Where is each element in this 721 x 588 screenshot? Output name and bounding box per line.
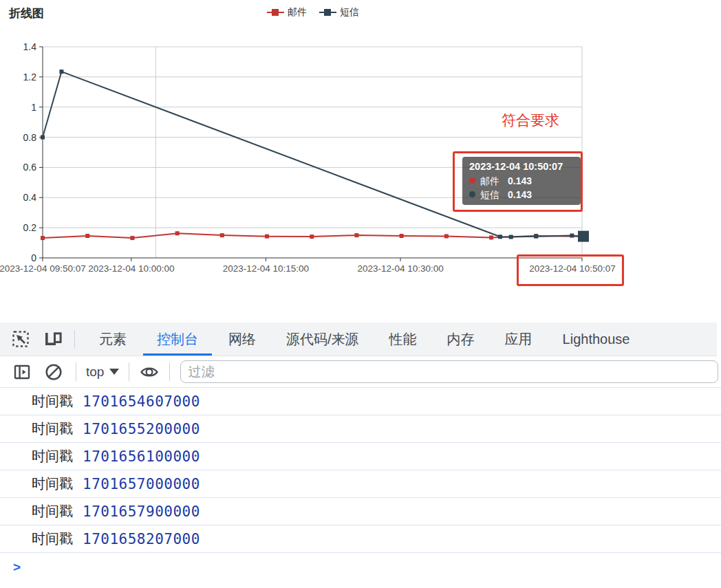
y-axis-label: 0 xyxy=(31,252,36,263)
console-message-row: 时间戳1701655200000 xyxy=(0,415,721,443)
data-point-邮件 xyxy=(85,234,89,238)
devtools-tabs: 元素 控制台 网络 源代码/来源 性能 内存 应用 Lighthouse xyxy=(84,323,645,356)
x-axis-label: 2023-12-04 09:50:07 xyxy=(0,263,86,274)
annotation-text: 符合要求 xyxy=(502,111,559,130)
devtools-panel: 元素 控制台 网络 源代码/来源 性能 内存 应用 Lighthouse top xyxy=(0,323,721,588)
console-log-timestamp-value: 1701658207000 xyxy=(83,531,200,547)
console-prompt-chevron-icon[interactable]: > xyxy=(13,560,721,575)
highlight-box-tooltip xyxy=(453,151,583,212)
console-log-timestamp-value: 1701654607000 xyxy=(83,393,200,410)
y-axis-label: 0.4 xyxy=(23,192,37,203)
data-point-短信 xyxy=(59,69,63,74)
emphasis-point-短信 xyxy=(578,231,589,242)
console-log-timestamp-value: 1701657900000 xyxy=(83,503,200,520)
tab-performance[interactable]: 性能 xyxy=(374,323,432,356)
y-axis-label: 1.2 xyxy=(23,72,37,83)
data-point-邮件 xyxy=(265,235,269,239)
console-toolbar: top xyxy=(0,356,721,388)
inspect-icon[interactable] xyxy=(11,329,30,349)
data-point-邮件 xyxy=(175,231,180,235)
tab-console[interactable]: 控制台 xyxy=(142,323,213,356)
tab-network[interactable]: 网络 xyxy=(213,323,271,356)
console-log-timestamp-value: 1701656100000 xyxy=(83,448,200,465)
console-sidebar-icon[interactable] xyxy=(12,362,32,382)
device-toolbar-icon[interactable] xyxy=(43,330,63,349)
line-chart-svg[interactable]: 00.20.40.60.811.21.42023-12-04 09:50:072… xyxy=(0,0,721,296)
x-axis-label: 2023-12-04 10:15:00 xyxy=(223,263,309,274)
data-point-邮件 xyxy=(130,236,134,240)
tab-elements[interactable]: 元素 xyxy=(84,323,142,356)
console-message-row: 时间戳1701657900000 xyxy=(0,498,721,525)
toolbar-separator xyxy=(74,330,75,349)
highlight-box-xlabel xyxy=(517,254,624,286)
toolbar-separator xyxy=(129,362,129,381)
console-log-timestamp-value: 1701655200000 xyxy=(83,421,200,437)
console-message-row: 时间戳1701656100000 xyxy=(0,443,721,470)
tab-application[interactable]: 应用 xyxy=(490,323,548,356)
console-log-label: 时间戳 xyxy=(32,475,73,493)
tab-sources[interactable]: 源代码/来源 xyxy=(271,323,374,356)
y-axis-label: 0.2 xyxy=(23,222,37,233)
console-message-row: 时间戳1701657000000 xyxy=(0,470,721,498)
data-point-邮件 xyxy=(354,233,358,237)
console-log-label: 时间戳 xyxy=(32,502,73,521)
data-point-短信 xyxy=(498,235,502,239)
console-log-label: 时间戳 xyxy=(32,392,73,411)
data-point-短信 xyxy=(534,235,538,239)
x-axis-label: 2023-12-04 10:00:00 xyxy=(88,263,174,274)
tab-lighthouse[interactable]: Lighthouse xyxy=(548,323,645,356)
x-axis-label: 2023-12-04 10:30:00 xyxy=(357,263,443,274)
y-axis-label: 0.8 xyxy=(23,132,37,143)
y-axis-label: 1.4 xyxy=(23,41,37,52)
toolbar-separator xyxy=(169,362,170,381)
chevron-down-icon[interactable] xyxy=(109,369,119,375)
y-axis-label: 0.6 xyxy=(23,162,37,173)
data-point-邮件 xyxy=(400,234,404,238)
console-message-row: 时间戳1701658207000 xyxy=(0,525,721,553)
tab-memory[interactable]: 内存 xyxy=(432,323,490,356)
console-messages: 时间戳1701654607000时间戳1701655200000时间戳17016… xyxy=(0,388,721,553)
live-expression-eye-icon[interactable] xyxy=(139,362,160,382)
filter-input[interactable] xyxy=(180,360,718,383)
context-dropdown[interactable]: top xyxy=(86,364,104,380)
console-log-timestamp-value: 1701657000000 xyxy=(83,476,200,492)
y-axis-label: 1 xyxy=(31,102,36,113)
console-log-label: 时间戳 xyxy=(32,530,73,548)
console-log-label: 时间戳 xyxy=(32,420,73,438)
data-point-邮件 xyxy=(310,235,314,239)
devtools-tabbar: 元素 控制台 网络 源代码/来源 性能 内存 应用 Lighthouse xyxy=(0,323,717,356)
console-message-row: 时间戳1701654607000 xyxy=(0,388,721,415)
data-point-邮件 xyxy=(489,235,493,239)
console-log-label: 时间戳 xyxy=(32,447,73,466)
toolbar-separator xyxy=(76,362,76,381)
data-point-邮件 xyxy=(220,233,224,237)
clear-console-icon[interactable] xyxy=(44,362,63,382)
data-point-短信 xyxy=(41,135,45,140)
data-point-邮件 xyxy=(41,236,45,240)
data-point-邮件 xyxy=(444,234,449,238)
data-point-短信 xyxy=(509,235,513,239)
data-point-短信 xyxy=(570,234,574,238)
